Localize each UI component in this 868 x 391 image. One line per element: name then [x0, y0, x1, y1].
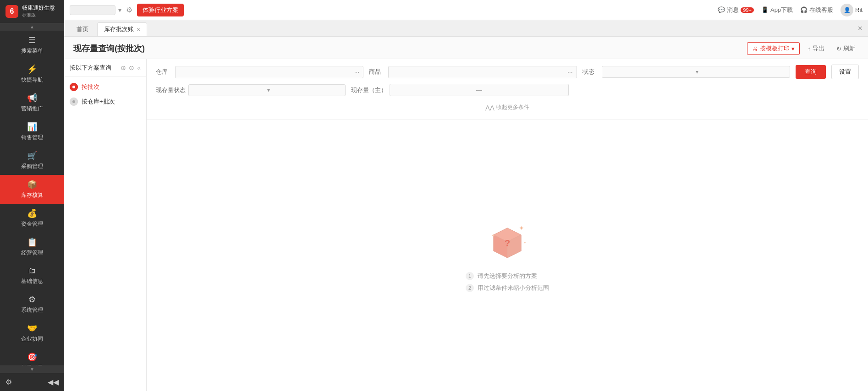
empty-state: ? ✦ ✦ ✦ 1 请先选择要分析的方案 2 [147, 120, 868, 391]
tip-1-text: 请先选择要分析的方案 [478, 272, 537, 280]
search-menu-icon: ☰ [28, 35, 36, 45]
sidebar-item-purchase[interactable]: 🛒 采购管理 [0, 146, 64, 175]
status-select[interactable]: ▾ [602, 66, 790, 78]
stock-quantity-max[interactable] [484, 84, 568, 96]
app-download-group[interactable]: 📱 App下载 [761, 6, 793, 14]
sidebar-nav: ☰ 搜索菜单 ⚡ 快捷导航 📢 营销推广 📊 销售管理 🛒 采购管理 📦 库存核… [0, 31, 64, 365]
user-avatar: 👤 [841, 4, 853, 16]
warehouse-input-group: ··· [175, 66, 363, 78]
filter-area: 仓库 ··· 商品 ··· [147, 59, 868, 120]
warehouse-input[interactable] [176, 66, 351, 78]
logo-icon: 6 [5, 5, 18, 18]
refresh-button[interactable]: ↻ 刷新 [833, 43, 859, 54]
panel-header: 按以下方案查询 ⊕ ⊙ « [64, 59, 146, 77]
filter-stock-status: 现存量状态 ▾ [156, 84, 346, 96]
product-input[interactable] [389, 66, 564, 78]
headset-icon: 🎧 [800, 6, 808, 13]
topbar-gear-icon[interactable]: ⚙ [124, 4, 134, 16]
empty-illustration: ? ✦ ✦ ✦ [484, 219, 530, 265]
tab-close-icon[interactable]: × [137, 26, 140, 33]
username-label: Rit [855, 6, 863, 13]
app-download-label: App下载 [770, 6, 793, 14]
query-button[interactable]: 查询 [796, 65, 826, 79]
phone-icon: 📱 [761, 6, 769, 13]
scheme-label: 按批次 [82, 83, 99, 91]
sidebar-item-label: 经营管理 [21, 249, 43, 257]
status-chevron-icon: ▾ [696, 69, 786, 75]
panel-settings-icon[interactable]: ⊙ [129, 64, 134, 71]
panel-header-label: 按以下方案查询 [70, 64, 111, 72]
scheme-dot-gray [70, 98, 78, 106]
sidebar-item-label: 系统管理 [21, 306, 43, 314]
filter-row-2: 现存量状态 ▾ 现存量（主） — [156, 84, 859, 96]
enterprise-icon: 🤝 [27, 323, 37, 333]
scheme-item-batch[interactable]: 按批次 [64, 80, 146, 94]
printer-icon: 🖨 [752, 45, 758, 52]
collapse-icon[interactable]: ◀◀ [48, 378, 59, 386]
global-close-icon[interactable]: × [857, 23, 863, 33]
print-button[interactable]: 🖨 按模板打印 ▾ [747, 42, 800, 55]
product-input-group: ··· [388, 66, 577, 78]
sidebar-item-enterprise[interactable]: 🤝 企业协同 [0, 319, 64, 348]
page-actions: 🖨 按模板打印 ▾ ↑ 导出 ↻ 刷新 [747, 42, 859, 55]
home-tab-label: 首页 [77, 25, 88, 33]
filter-row-1: 仓库 ··· 商品 ··· [156, 65, 859, 79]
collapse-up-icon: ⋀⋀ [485, 104, 494, 111]
sidebar-item-label: 资金管理 [21, 220, 43, 228]
range-dash: — [474, 87, 484, 93]
company-name: 畅康通好生意 [22, 5, 55, 12]
sidebar-item-sales[interactable]: 📊 销售管理 [0, 117, 64, 146]
topbar: ▾ ⚙ 体验行业方案 💬 消息 99+ 📱 App下载 🎧 在线客服 👤 [64, 0, 868, 20]
online-service-label: 在线客服 [809, 6, 833, 14]
marketing-icon: 📢 [27, 93, 37, 103]
sidebar-item-search[interactable]: ☰ 搜索菜单 [0, 31, 64, 60]
filter-settings-button[interactable]: 设置 [831, 65, 859, 79]
breadcrumb-input[interactable] [70, 5, 115, 15]
topbar-right: 💬 消息 99+ 📱 App下载 🎧 在线客服 👤 Rit [718, 4, 863, 16]
sidebar-item-inventory[interactable]: 📦 库存核算 [0, 175, 64, 204]
purchase-icon: 🛒 [27, 151, 37, 161]
sidebar-item-label: 企业协同 [21, 335, 43, 343]
message-badge: 99+ [741, 7, 754, 13]
sidebar-item-operation[interactable]: 📋 经营管理 [0, 233, 64, 261]
user-group[interactable]: 👤 Rit [841, 4, 863, 16]
tab-home[interactable]: 首页 [70, 22, 95, 36]
messages-group[interactable]: 💬 消息 99+ [718, 6, 754, 14]
online-service-group[interactable]: 🎧 在线客服 [800, 6, 833, 14]
tab-inventory-batch[interactable]: 库存批次账 × [97, 22, 147, 36]
warehouse-more-icon[interactable]: ··· [351, 68, 363, 76]
svg-text:✦: ✦ [523, 241, 527, 245]
dropdown-chevron-icon[interactable]: ▾ [118, 6, 121, 14]
sidebar-item-marketing[interactable]: 📢 营销推广 [0, 88, 64, 117]
tip-2-text: 用过滤条件来缩小分析范围 [478, 284, 549, 292]
export-button[interactable]: ↑ 导出 [804, 43, 829, 54]
stock-quantity-range: — [390, 84, 569, 96]
sidebar-item-basic[interactable]: 🗂 基础信息 [0, 261, 64, 290]
filter-warehouse: 仓库 ··· [156, 66, 363, 78]
status-label: 状态 [582, 68, 599, 76]
stock-quantity-min[interactable] [390, 84, 474, 96]
scheme-dot-red [70, 83, 78, 91]
empty-tip-1: 1 请先选择要分析的方案 [466, 272, 549, 280]
sidebar-item-system[interactable]: ⚙ 系统管理 [0, 290, 64, 319]
sidebar-item-label: 基础信息 [21, 277, 43, 285]
settings-icon[interactable]: ⚙ [5, 378, 12, 386]
collapse-filters-row[interactable]: ⋀⋀ 收起更多条件 [156, 101, 859, 114]
sidebar-item-newbie[interactable]: 🎯 新手引导 [0, 348, 64, 365]
filter-status: 状态 ▾ [582, 66, 790, 78]
trial-button[interactable]: 体验行业方案 [137, 4, 184, 16]
product-more-icon[interactable]: ··· [564, 68, 577, 76]
panel-add-icon[interactable]: ⊕ [121, 64, 126, 71]
filter-stock-quantity: 现存量（主） — [351, 84, 569, 96]
stock-status-select[interactable]: ▾ [188, 84, 346, 96]
sidebar-item-quick[interactable]: ⚡ 快捷导航 [0, 60, 64, 88]
batch-tab-label: 库存批次账 [104, 25, 134, 33]
topbar-left: ▾ ⚙ 体验行业方案 [70, 4, 714, 16]
sidebar-item-label: 快捷导航 [21, 76, 43, 84]
panel-collapse-icon[interactable]: « [137, 64, 141, 71]
tip-num-1: 1 [466, 272, 474, 280]
sidebar-item-label: 采购管理 [21, 163, 43, 170]
sidebar-item-capital[interactable]: 💰 资金管理 [0, 204, 64, 233]
scheme-item-warehouse-batch[interactable]: 按仓库+批次 [64, 94, 146, 109]
svg-text:✦: ✦ [491, 233, 495, 238]
